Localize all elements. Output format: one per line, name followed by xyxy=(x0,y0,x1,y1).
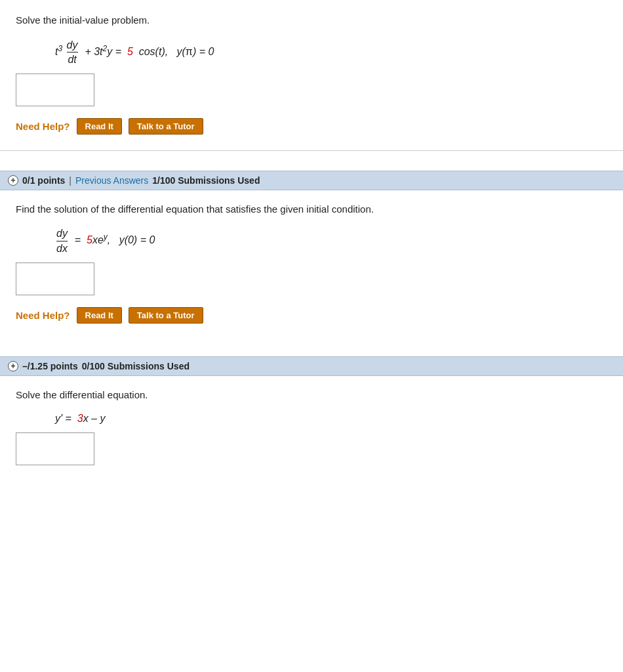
problem-2-submissions: 1/100 Submissions Used xyxy=(152,175,260,186)
problem-3-equation: y' = 3x – y xyxy=(55,413,607,425)
problem-1-answer-input[interactable] xyxy=(16,74,94,106)
problem-2-read-it-button[interactable]: Read It xyxy=(77,307,122,324)
problem-2-statement: Find the solution of the differential eq… xyxy=(16,202,607,217)
spacer-2 xyxy=(0,337,623,356)
problem-1-need-help-label: Need Help? xyxy=(16,121,70,132)
problem-3-points: –/1.25 points xyxy=(22,361,78,371)
problem-2-need-help-label: Need Help? xyxy=(16,310,70,321)
problem-1-statement: Solve the initial-value problem. xyxy=(16,13,607,28)
problem-1-equation: t3 dy dt + 3t2y = 5 cos(t), y(π) = 0 xyxy=(55,39,607,66)
problem-2-header: + 0/1 points | Previous Answers 1/100 Su… xyxy=(0,171,623,190)
problem-3-answer-input[interactable] xyxy=(16,432,94,465)
spacer-1 xyxy=(0,151,623,171)
problem-2-equation: dy dx = 5xey, y(0) = 0 xyxy=(55,227,607,254)
problem-3-submissions: 0/100 Submissions Used xyxy=(82,361,190,371)
problem-2-points: 0/1 points xyxy=(22,175,65,186)
problem-2-body: Find the solution of the differential eq… xyxy=(0,190,623,337)
fraction-dydt: dy dt xyxy=(67,39,78,66)
problem-1-help-row: Need Help? Read It Talk to a Tutor xyxy=(16,118,607,135)
problem-2-prev-answers-link[interactable]: Previous Answers xyxy=(75,175,148,186)
problem-3-plus-icon[interactable]: + xyxy=(8,361,18,371)
problem-2-section: + 0/1 points | Previous Answers 1/100 Su… xyxy=(0,171,623,337)
problem-3-body: Solve the differential equation. y' = 3x… xyxy=(0,376,623,491)
fraction-dydx: dy dx xyxy=(56,227,68,254)
problem-2-answer-input[interactable] xyxy=(16,262,94,295)
problem-1-section: Solve the initial-value problem. t3 dy d… xyxy=(0,0,623,151)
eq2-coeff: 5 xyxy=(87,234,92,245)
problem-2-help-row: Need Help? Read It Talk to a Tutor xyxy=(16,307,607,324)
problem-2-talk-tutor-button[interactable]: Talk to a Tutor xyxy=(129,307,203,324)
problem-2-plus-icon[interactable]: + xyxy=(8,175,18,186)
problem-3-section: + –/1.25 points 0/100 Submissions Used S… xyxy=(0,356,623,491)
problem-2-separator: | xyxy=(69,175,71,186)
eq3-coeff: 3 xyxy=(77,413,83,424)
eq1-rhs: 5 xyxy=(127,45,133,56)
problem-1-talk-tutor-button[interactable]: Talk to a Tutor xyxy=(129,118,203,135)
eq1-t3: t3 dy dt + 3t2y = 5 cos(t), y(π) = 0 xyxy=(55,39,214,66)
problem-3-statement: Solve the differential equation. xyxy=(16,388,607,403)
problem-3-header: + –/1.25 points 0/100 Submissions Used xyxy=(0,356,623,376)
problem-1-read-it-button[interactable]: Read It xyxy=(77,118,122,135)
